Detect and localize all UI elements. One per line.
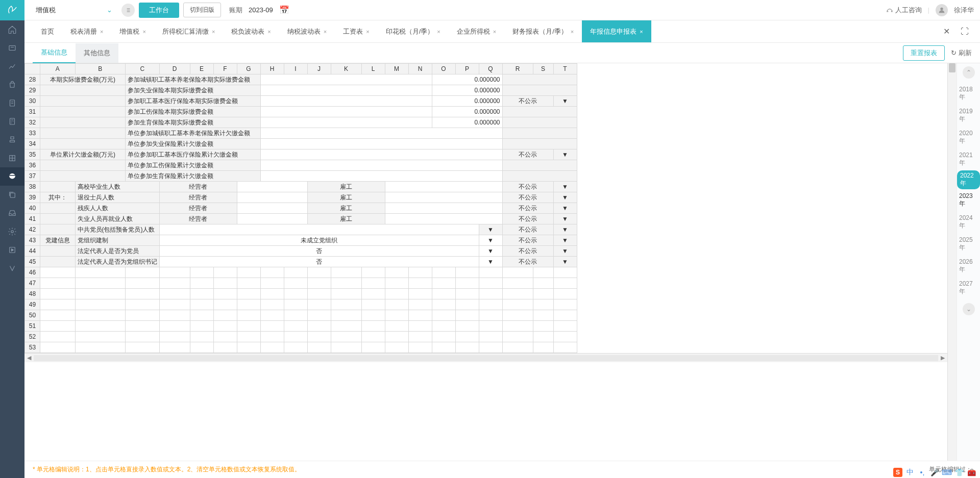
tab-首页[interactable]: 首页 [33,20,62,43]
year-2023年[interactable]: 2023年 [957,189,980,211]
fullscreen-icon[interactable]: ⛶ [958,24,972,39]
row-53[interactable]: 53 [25,342,40,353]
col-K[interactable]: K [331,64,361,74]
ime-toolbox-icon[interactable]: 🧰 [967,468,976,477]
year-up-icon[interactable]: ⌃ [963,66,975,79]
close-all-tabs[interactable]: ✕ [939,24,953,39]
subtab-other[interactable]: 其他信息 [76,43,118,63]
row-29[interactable]: 29 [25,85,40,96]
col-E[interactable]: E [190,64,213,74]
row-40[interactable]: 40 [25,203,40,214]
row-37[interactable]: 37 [25,171,40,182]
ime-lang-icon[interactable]: 中 [905,468,915,477]
year-2020年[interactable]: 2020年 [957,127,980,148]
tab-close-icon[interactable]: × [366,29,369,35]
row-31[interactable]: 31 [25,107,40,117]
reset-report-button[interactable]: 重置报表 [903,45,945,61]
col-H[interactable]: H [260,64,284,74]
col-Q[interactable]: Q [479,64,502,74]
row-47[interactable]: 47 [25,278,40,289]
row-35[interactable]: 35 [25,149,40,160]
tab-close-icon[interactable]: × [267,29,271,35]
nav-doc-icon[interactable] [0,94,24,112]
nav-bag-icon[interactable] [0,76,24,94]
tab-印花税（月/季）[interactable]: 印花税（月/季）× [378,20,449,43]
row-48[interactable]: 48 [25,289,40,299]
calendar-icon[interactable]: 📅 [279,5,289,15]
tab-close-icon[interactable]: × [212,29,215,35]
tab-close-icon[interactable]: × [640,29,643,35]
ime-sogou-icon[interactable]: S [893,468,902,477]
col-L[interactable]: L [361,64,385,74]
tab-close-icon[interactable]: × [493,29,496,35]
year-2022年[interactable]: 2022年 [957,170,980,189]
nav-folder-icon[interactable] [0,39,24,57]
col-M[interactable]: M [385,64,408,74]
year-2026年[interactable]: 2026年 [957,255,980,277]
tab-企业所得税[interactable]: 企业所得税× [449,20,504,43]
tab-年报信息申报表[interactable]: 年报信息申报表× [582,20,651,43]
col-G[interactable]: G [237,64,260,74]
col-D[interactable]: D [159,64,190,74]
nav-chart-icon[interactable] [0,57,24,76]
tab-工资表[interactable]: 工资表× [335,20,377,43]
switch-old-button[interactable]: 切到旧版 [183,3,221,17]
subtab-basic[interactable]: 基础信息 [33,43,76,63]
horizontal-scrollbar[interactable]: ◀ ▶ [24,353,947,362]
year-2024年[interactable]: 2024年 [957,211,980,233]
row-52[interactable]: 52 [25,332,40,342]
row-45[interactable]: 45 [25,257,40,267]
list-toggle-icon[interactable] [121,4,135,17]
col-O[interactable]: O [432,64,455,74]
nav-v-icon[interactable] [0,259,24,278]
nav-stamp-icon[interactable] [0,131,24,149]
row-41[interactable]: 41 [25,214,40,224]
ime-skin-icon[interactable]: 👕 [954,468,964,477]
tab-财务报表（月/季）[interactable]: 财务报表（月/季）× [504,20,582,43]
row-38[interactable]: 38 [25,182,40,192]
username[interactable]: 徐泽华 [954,6,974,15]
col-C[interactable]: C [126,64,159,74]
nav-inbox-icon[interactable] [0,204,24,222]
ime-keyboard-icon[interactable]: ⌨ [942,468,951,477]
row-36[interactable]: 36 [25,160,40,171]
year-2027年[interactable]: 2027年 [957,277,980,299]
col-B[interactable]: B [75,64,126,74]
col-T[interactable]: T [553,64,577,74]
nav-tax-icon[interactable] [0,167,24,186]
tab-close-icon[interactable]: × [142,29,145,35]
col-S[interactable]: S [533,64,553,74]
row-42[interactable]: 42 [25,224,40,235]
vertical-scrollbar[interactable] [947,63,957,461]
col-I[interactable]: I [284,64,307,74]
refresh-button[interactable]: ↻ 刷新 [951,48,972,58]
year-2018年[interactable]: 2018年 [957,83,980,105]
nav-settings-icon[interactable] [0,222,24,241]
col-R[interactable]: R [502,64,533,74]
scroll-left-icon[interactable]: ◀ [24,355,34,361]
consult-link[interactable]: 人工咨询 [886,6,922,15]
year-2025年[interactable]: 2025年 [957,233,980,255]
row-51[interactable]: 51 [25,321,40,332]
tab-close-icon[interactable]: × [100,29,103,35]
row-30[interactable]: 30 [25,96,40,107]
row-46[interactable]: 46 [25,267,40,278]
tab-所得税汇算清缴[interactable]: 所得税汇算清缴× [154,20,223,43]
nav-play-icon[interactable] [0,241,24,259]
tab-税表清册[interactable]: 税表清册× [62,20,111,43]
row-49[interactable]: 49 [25,299,40,310]
year-down-icon[interactable]: ⌄ [963,303,975,315]
nav-grid-icon[interactable] [0,149,24,167]
nav-calc-icon[interactable] [0,112,24,131]
tab-close-icon[interactable]: × [571,29,574,35]
year-2019年[interactable]: 2019年 [957,105,980,127]
col-N[interactable]: N [408,64,432,74]
nav-copy-icon[interactable] [0,186,24,204]
tab-纳税波动表[interactable]: 纳税波动表× [279,20,335,43]
scroll-right-icon[interactable]: ▶ [938,355,947,361]
module-dropdown[interactable]: 增值税 ⌄ [31,4,117,17]
tab-增值税[interactable]: 增值税× [111,20,154,43]
row-39[interactable]: 39 [25,192,40,203]
row-34[interactable]: 34 [25,139,40,149]
ime-punct-icon[interactable]: •, [918,468,927,477]
